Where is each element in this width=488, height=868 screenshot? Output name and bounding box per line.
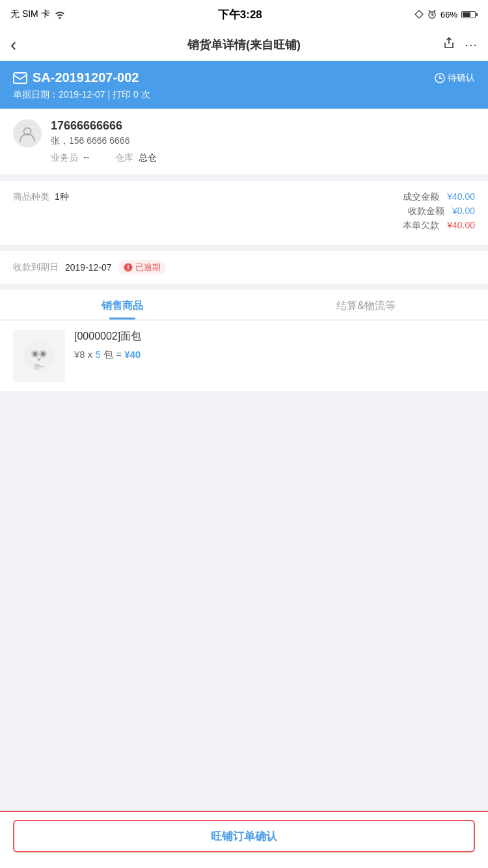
customer-info: 17666666666 张，156 6666 6666 业务员 -- 仓库 总仓 xyxy=(51,119,475,164)
product-types: 商品种类 1种 xyxy=(13,191,69,203)
order-status: 待确认 xyxy=(435,72,475,84)
order-date: 单据日期：2019-12-07 | 打印 0 次 xyxy=(13,89,475,101)
status-carrier: 无 SIM 卡 xyxy=(10,8,66,20)
product-price: ¥8 xyxy=(74,349,85,360)
nav-bar: ‹ 销货单详情(来自旺铺) ··· xyxy=(0,29,488,61)
bottom-action-bar: 旺铺订单确认 xyxy=(0,811,488,868)
product-qty: 5 xyxy=(96,349,101,360)
back-button[interactable]: ‹ xyxy=(10,34,16,55)
product-item: 野+ [0000002]面包 ¥8 x 5 包 = ¥40 xyxy=(0,321,488,391)
customer-name: 张，156 6666 6666 xyxy=(51,135,475,147)
status-bar: 无 SIM 卡 下午3:28 66% xyxy=(0,0,488,29)
svg-point-13 xyxy=(33,352,37,356)
due-date-label: 收款到期日 xyxy=(13,262,59,273)
carrier-text: 无 SIM 卡 xyxy=(10,8,50,20)
order-header-banner: SA-20191207-002 待确认 单据日期：2019-12-07 | 打印… xyxy=(0,61,488,109)
amounts-block: 成交金额 ¥40.00 收款金额 ¥0.00 本单欠款 ¥40.00 xyxy=(403,191,475,234)
svg-point-9 xyxy=(128,269,128,270)
clock-icon xyxy=(435,73,445,83)
product-total: ¥40 xyxy=(124,349,141,360)
customer-phone: 17666666666 xyxy=(51,119,475,133)
product-info: [0000002]面包 ¥8 x 5 包 = ¥40 xyxy=(74,330,475,361)
share-icon[interactable] xyxy=(442,36,455,53)
customer-meta: 业务员 -- 仓库 总仓 xyxy=(51,152,475,164)
nav-right: ··· xyxy=(439,36,478,53)
order-id: SA-20191207-002 xyxy=(13,70,139,85)
product-multiply: x xyxy=(88,349,96,360)
battery-icon xyxy=(461,11,478,18)
deal-amount-line: 成交金额 ¥40.00 xyxy=(403,191,475,203)
status-right: 66% xyxy=(414,10,478,20)
battery-percent: 66% xyxy=(441,10,457,20)
tab-sales-goods[interactable]: 销售商品 xyxy=(0,290,244,319)
location-icon xyxy=(414,10,424,19)
summary-card: 商品种类 1种 成交金额 ¥40.00 收款金额 ¥0.00 本单欠款 ¥40.… xyxy=(0,181,488,245)
confirm-button[interactable]: 旺铺订单确认 xyxy=(13,820,475,852)
warning-icon xyxy=(124,263,133,272)
wifi-icon xyxy=(54,10,66,19)
page-title: 销货单详情(来自旺铺) xyxy=(49,37,439,53)
product-name: [0000002]面包 xyxy=(74,330,475,344)
product-thumb-image: 野+ xyxy=(23,340,55,372)
product-equals: = xyxy=(116,349,124,360)
customer-card: 17666666666 张，156 6666 6666 业务员 -- 仓库 总仓 xyxy=(0,109,488,174)
collected-amount-line: 收款金额 ¥0.00 xyxy=(403,206,475,217)
sales-rep: 业务员 -- xyxy=(51,152,89,164)
summary-row: 商品种类 1种 成交金额 ¥40.00 收款金额 ¥0.00 本单欠款 ¥40.… xyxy=(13,189,475,237)
product-price-row: ¥8 x 5 包 = ¥40 xyxy=(74,349,475,361)
overdue-badge: 已逾期 xyxy=(118,260,166,275)
more-icon[interactable]: ··· xyxy=(465,37,478,52)
tab-settlement[interactable]: 结算&物流等 xyxy=(244,290,488,319)
product-unit: 包 xyxy=(103,349,113,360)
owed-amount-line: 本单欠款 ¥40.00 xyxy=(403,220,475,232)
product-thumbnail: 野+ xyxy=(13,330,65,382)
order-email-icon xyxy=(13,72,27,84)
nav-left: ‹ xyxy=(10,34,49,55)
due-date-section: 收款到期日 2019-12-07 已逾期 xyxy=(0,251,488,284)
status-time: 下午3:28 xyxy=(218,7,262,22)
svg-point-14 xyxy=(41,352,45,356)
due-date-value: 2019-12-07 xyxy=(65,262,112,273)
avatar xyxy=(13,119,42,148)
svg-text:野+: 野+ xyxy=(34,364,44,370)
warehouse: 仓库 总仓 xyxy=(115,152,157,164)
tabs-container: 销售商品 结算&物流等 xyxy=(0,290,488,320)
bottom-spacer xyxy=(0,391,488,521)
svg-rect-3 xyxy=(14,73,27,83)
alarm-icon xyxy=(427,10,437,19)
